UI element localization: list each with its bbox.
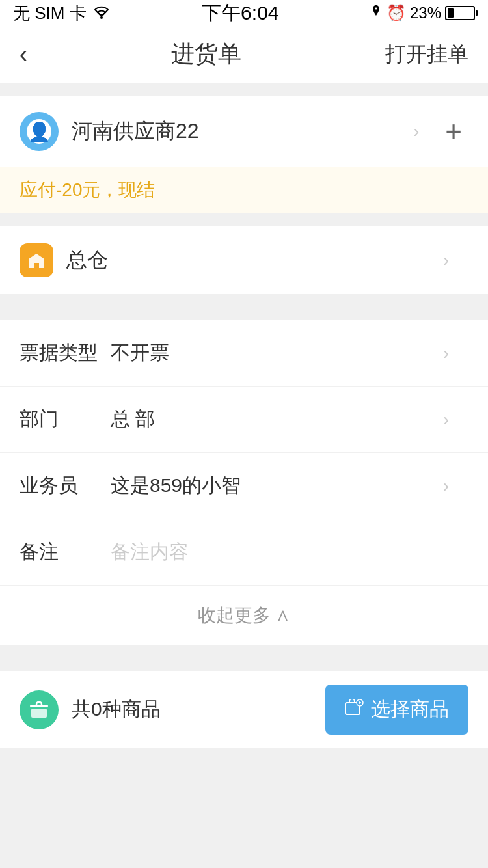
- supplier-name: 河南供应商22: [72, 117, 413, 146]
- remark-row[interactable]: 备注 备注内容: [0, 519, 488, 586]
- invoice-chevron-icon: ›: [443, 343, 449, 364]
- add-supplier-button[interactable]: +: [439, 115, 468, 148]
- select-product-label: 选择商品: [371, 696, 449, 723]
- section-gap-1: [0, 213, 488, 226]
- svg-rect-2: [30, 705, 48, 707]
- product-count: 共0种商品: [72, 696, 325, 723]
- invoice-value: 不开票: [111, 340, 443, 366]
- section-gap-2: [0, 294, 488, 307]
- supplier-avatar: 👤: [20, 112, 59, 151]
- warehouse-icon: [20, 243, 53, 277]
- battery-text: 23%: [410, 4, 441, 22]
- dept-chevron-icon: ›: [443, 409, 449, 430]
- remark-label: 备注: [20, 539, 111, 565]
- svg-rect-1: [34, 263, 39, 268]
- status-right: ⏰ 23%: [370, 4, 475, 22]
- warehouse-chevron-icon: ›: [443, 250, 449, 271]
- avatar-icon: 👤: [28, 121, 51, 142]
- warehouse-section: 总仓 ›: [0, 226, 488, 294]
- invoice-row[interactable]: 票据类型 不开票 ›: [0, 320, 488, 387]
- status-bar: 无 SIM 卡 下午6:04 ⏰ 23%: [0, 0, 488, 26]
- supplier-row[interactable]: 👤 河南供应商22 › +: [0, 96, 488, 167]
- sales-chevron-icon: ›: [443, 476, 449, 496]
- alarm-icon: ⏰: [386, 4, 406, 22]
- signal-text: 无 SIM 卡: [13, 2, 87, 25]
- section-gap-top: [0, 83, 488, 96]
- sales-row[interactable]: 业务员 这是859的小智 ›: [0, 453, 488, 519]
- invoice-label: 票据类型: [20, 340, 111, 366]
- dept-value: 总 部: [111, 406, 443, 433]
- battery-icon: [445, 6, 475, 20]
- select-product-icon: [345, 699, 364, 720]
- collapse-text: 收起更多 ∧: [198, 603, 291, 628]
- warehouse-name: 总仓: [66, 246, 443, 275]
- nav-bar: ‹ 进货单 打开挂单: [0, 26, 488, 83]
- dept-label: 部门: [20, 406, 111, 433]
- svg-point-0: [100, 16, 103, 19]
- location-icon: [370, 4, 383, 22]
- sales-value: 这是859的小智: [111, 472, 443, 499]
- product-icon: [20, 690, 59, 729]
- page-title: 进货单: [171, 38, 241, 70]
- supplier-chevron-icon: ›: [413, 121, 419, 142]
- rest-area: [0, 748, 488, 868]
- warehouse-row[interactable]: 总仓 ›: [0, 226, 488, 294]
- dept-row[interactable]: 部门 总 部 ›: [0, 387, 488, 453]
- sales-label: 业务员: [20, 472, 111, 499]
- svg-rect-3: [31, 709, 47, 718]
- section-gap-3: [0, 645, 488, 658]
- supplier-section: 👤 河南供应商22 › + 应付-20元，现结: [0, 96, 488, 213]
- bottom-bar: 共0种商品 选择商品: [0, 671, 488, 748]
- supplier-notice: 应付-20元，现结: [0, 167, 488, 213]
- open-pending-button[interactable]: 打开挂单: [385, 40, 468, 69]
- back-button[interactable]: ‹: [20, 41, 27, 68]
- collapse-row[interactable]: 收起更多 ∧: [0, 586, 488, 645]
- remark-input[interactable]: 备注内容: [111, 539, 468, 565]
- status-left: 无 SIM 卡: [13, 2, 111, 25]
- select-product-button[interactable]: 选择商品: [325, 685, 468, 735]
- wifi-icon: [92, 3, 111, 23]
- status-time: 下午6:04: [202, 0, 278, 27]
- form-section: 票据类型 不开票 › 部门 总 部 › 业务员 这是859的小智 › 备注 备注…: [0, 320, 488, 645]
